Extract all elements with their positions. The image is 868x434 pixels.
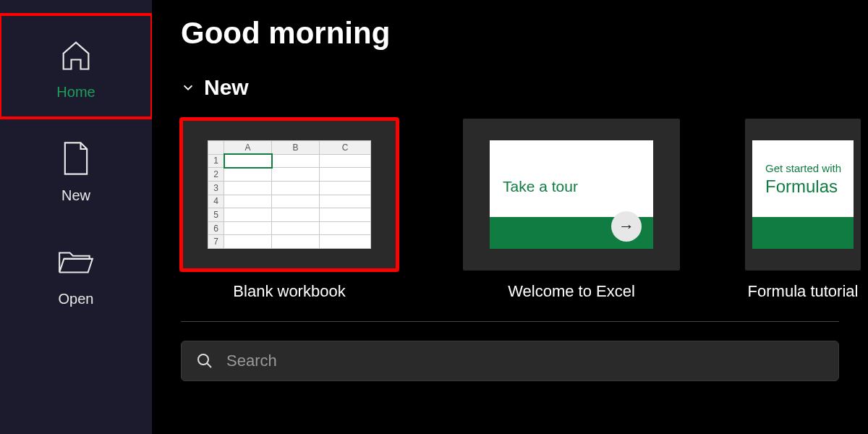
template-thumb: Get started with Formulas xyxy=(745,119,861,271)
greeting-text: Good morning xyxy=(181,16,868,51)
search-input[interactable] xyxy=(226,352,824,370)
arrow-right-icon: → xyxy=(611,211,642,242)
section-header-new[interactable]: New xyxy=(181,75,868,100)
formula-line2: Formulas xyxy=(765,176,838,197)
svg-line-1 xyxy=(207,363,211,367)
formula-line1: Get started with xyxy=(765,162,841,174)
sidebar-item-home[interactable]: Home xyxy=(0,14,152,118)
open-folder-icon xyxy=(56,242,96,282)
formula-preview-icon: Get started with Formulas xyxy=(752,140,854,249)
tour-preview-icon: Take a tour → xyxy=(490,140,653,249)
sidebar-item-label: Home xyxy=(56,84,95,101)
sidebar-item-label: Open xyxy=(59,291,94,307)
template-blank-workbook[interactable]: ABC 1 2 3 4 5 6 7 Blank workbook xyxy=(181,119,398,301)
section-title: New xyxy=(204,75,249,100)
main-panel: Good morning New ABC 1 2 3 xyxy=(152,0,868,434)
template-label: Formula tutorial xyxy=(748,282,859,301)
sidebar: Home New Open xyxy=(0,0,152,434)
sidebar-item-open[interactable]: Open xyxy=(0,221,152,325)
template-formula-tutorial[interactable]: Get started with Formulas Formula tutori… xyxy=(745,119,861,301)
search-icon xyxy=(196,352,213,370)
search-box[interactable] xyxy=(181,341,839,381)
svg-point-0 xyxy=(198,354,208,365)
template-thumb: ABC 1 2 3 4 5 6 7 xyxy=(181,119,398,271)
template-label: Blank workbook xyxy=(233,282,345,301)
spreadsheet-preview-icon: ABC 1 2 3 4 5 6 7 xyxy=(208,140,371,249)
template-welcome[interactable]: Take a tour → Welcome to Excel xyxy=(463,119,680,301)
template-label: Welcome to Excel xyxy=(508,282,635,301)
sidebar-item-label: New xyxy=(61,187,90,204)
search-wrap xyxy=(181,341,839,381)
chevron-down-icon xyxy=(181,80,195,95)
template-row: ABC 1 2 3 4 5 6 7 Blank workbook xyxy=(181,119,868,301)
sidebar-item-new[interactable]: New xyxy=(0,118,152,221)
tour-text: Take a tour xyxy=(503,178,578,195)
home-icon xyxy=(56,35,96,75)
divider xyxy=(181,321,839,322)
app-root: Home New Open Good morning xyxy=(0,0,868,434)
template-thumb: Take a tour → xyxy=(463,119,680,271)
new-file-icon xyxy=(56,138,96,179)
